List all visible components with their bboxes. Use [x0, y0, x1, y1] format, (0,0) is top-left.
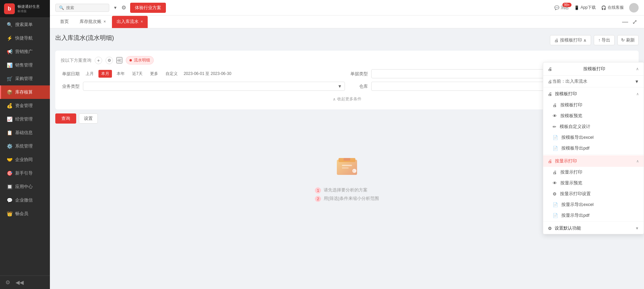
- chevron-up-icon: ∧: [583, 38, 587, 43]
- sidebar-item-marketing[interactable]: 📢 营销推广: [0, 45, 50, 58]
- dropdown-current-section[interactable]: 🖨 当前：出入库流水 ▼: [543, 76, 644, 86]
- svg-rect-4: [342, 167, 349, 168]
- svg-text:!: !: [353, 169, 354, 173]
- headphone-icon: 🎧: [601, 5, 606, 10]
- logo-area: b 畅捷通好生意 标准版: [0, 0, 50, 18]
- setting-button[interactable]: 设置: [79, 113, 98, 124]
- sidebar-item-search[interactable]: 🔍 搜索菜单: [0, 18, 50, 31]
- search-input[interactable]: [66, 5, 103, 10]
- empty-step-2: 2 用[筛选]条件来缩小分析范围: [315, 195, 379, 202]
- sidebar-item-basic[interactable]: 📋 基础信息: [0, 126, 50, 139]
- preview-icon: 👁: [553, 113, 557, 119]
- header-search-box[interactable]: 🔍: [55, 4, 109, 12]
- search-icon: 🔍: [59, 5, 64, 10]
- tab-minimize-btn[interactable]: —: [621, 18, 630, 26]
- user-avatar[interactable]: [629, 3, 639, 12]
- display-print-item[interactable]: 🖨 按显示打印: [543, 167, 644, 178]
- query-button[interactable]: 查询: [55, 113, 76, 124]
- sidebar-item-quick-nav[interactable]: ⚡ 快捷导航: [0, 31, 50, 45]
- display-excel-item[interactable]: 📄 按显示导出excel: [543, 199, 644, 210]
- biz-type-control: ▼: [83, 82, 345, 91]
- sidebar-item-member[interactable]: 👑 畅会员: [0, 207, 50, 220]
- cart-icon: 🛒: [6, 76, 12, 81]
- sidebar-item-finance[interactable]: 💰 资金管理: [0, 99, 50, 112]
- sidebar-item-wechat[interactable]: 💬 企业微信: [0, 193, 50, 207]
- filter-settings-button[interactable]: ⚙: [106, 57, 113, 64]
- tab-flow[interactable]: 出入库流水 ×: [112, 16, 148, 28]
- sidebar-item-apps[interactable]: 🔲 应用中心: [0, 180, 50, 193]
- pdf-icon: 📄: [553, 146, 558, 151]
- add-filter-button[interactable]: +: [95, 57, 102, 64]
- template-print-header[interactable]: 🖨 按模板打印 ∧: [543, 88, 644, 100]
- tab-flow-close[interactable]: ×: [141, 19, 143, 24]
- template-preview-item[interactable]: 👁 按模板预览: [543, 110, 644, 121]
- empty-step-1: 1 请先选择要分析的方案: [315, 187, 379, 193]
- target-icon: 🎯: [6, 170, 12, 176]
- crown-icon: 👑: [6, 211, 12, 216]
- header-search-dropdown[interactable]: ▼: [113, 5, 117, 10]
- excel-icon: 📄: [553, 135, 558, 140]
- export-button[interactable]: ↑ 导出: [594, 35, 615, 45]
- tab-home[interactable]: 首页: [55, 16, 74, 28]
- sidebar-item-system[interactable]: ⚙️ 系统管理: [0, 139, 50, 153]
- tabs-actions: — ⤢: [621, 18, 639, 26]
- collapse-button[interactable]: ∧ 收起更多条件: [333, 96, 361, 102]
- date-tab-7days[interactable]: 近7天: [129, 70, 145, 78]
- app-download-button[interactable]: 📱 App下载: [574, 5, 596, 10]
- date-tab-last-month[interactable]: 上月: [83, 70, 96, 78]
- sidebar-item-guide[interactable]: 🎯 新手引导: [0, 166, 50, 180]
- display-print-header[interactable]: 🖨 按显示打印 ∧: [543, 155, 644, 167]
- sidebar-item-label: 搜索菜单: [15, 22, 33, 28]
- display-preview-item[interactable]: 👁 按显示预览: [543, 178, 644, 188]
- default-settings-item[interactable]: ⚙ 设置默认功能 ▼: [543, 222, 644, 234]
- display-pdf-item[interactable]: 📄 按显示导出pdf: [543, 210, 644, 221]
- sidebar-item-label: 销售管理: [15, 62, 33, 68]
- print-template-button[interactable]: 🖨 按模板打印 ∧: [550, 35, 591, 45]
- handshake-icon: 🤝: [6, 157, 12, 162]
- page-title: 出入库流水(流水明细): [55, 34, 114, 42]
- tab-batch-account[interactable]: 库存批次账 ×: [75, 16, 111, 28]
- message-button[interactable]: 💬 消息 99+: [554, 5, 569, 10]
- biz-type-label: 业务类型: [61, 83, 80, 89]
- trial-button[interactable]: 体验行业方案: [130, 3, 166, 13]
- template-pdf-item[interactable]: 📄 按模板导出pdf: [543, 143, 644, 154]
- filter-collapse-button[interactable]: ≪: [116, 57, 122, 63]
- display-print-label: 按显示打印: [560, 169, 582, 175]
- sidebar-item-operations[interactable]: 📈 经营管理: [0, 112, 50, 126]
- display-print-icon: 🖨: [548, 159, 552, 164]
- sidebar-item-inventory[interactable]: 📦 库存核算: [0, 85, 50, 99]
- sidebar-item-sales[interactable]: 📊 销售管理: [0, 58, 50, 72]
- date-tab-custom[interactable]: 自定义: [163, 70, 180, 78]
- sidebar-item-label: 资金管理: [15, 103, 33, 109]
- refresh-button[interactable]: ↻ 刷新: [617, 35, 639, 45]
- settings-bottom-icon[interactable]: ⚙: [5, 279, 10, 286]
- display-settings-item[interactable]: ⚙ 按显示打印设置: [543, 188, 644, 199]
- dropdown-chevron-up[interactable]: ∧: [636, 67, 639, 71]
- date-tab-this-year[interactable]: 本年: [114, 70, 127, 78]
- date-tab-more[interactable]: 更多: [147, 70, 161, 78]
- template-print-item[interactable]: 🖨 按模板打印: [543, 100, 644, 110]
- sidebar-item-label: 经营管理: [15, 116, 33, 122]
- online-service-button[interactable]: 🎧 在线客服: [601, 5, 624, 10]
- message-icon: 💬: [554, 5, 559, 10]
- tab-home-label: 首页: [60, 19, 69, 25]
- message-badge: 99+: [562, 3, 572, 7]
- template-custom-item[interactable]: ✏ 模板自定义设计: [543, 121, 644, 132]
- biz-type-select[interactable]: ▼: [83, 82, 345, 91]
- filter-tag: 流水明细: [126, 56, 154, 64]
- sidebar-item-enterprise[interactable]: 🤝 企业协同: [0, 153, 50, 166]
- divider-3: [543, 221, 644, 222]
- tab-batch-close[interactable]: ×: [104, 19, 106, 24]
- collapse-sidebar-icon[interactable]: ◀◀: [16, 279, 24, 286]
- header-gear-icon[interactable]: ⚙: [121, 4, 126, 11]
- sidebar-item-purchase[interactable]: 🛒 采购管理: [0, 72, 50, 85]
- main-area: 🔍 ▼ ⚙ 体验行业方案 💬 消息 99+ 📱 App下载 🎧 在线客服: [50, 0, 644, 289]
- date-tab-this-month[interactable]: 本月: [98, 70, 112, 78]
- default-chevron-icon: ▼: [635, 226, 639, 230]
- template-excel-item[interactable]: 📄 按模板导出excel: [543, 132, 644, 143]
- sidebar-item-label: 畅会员: [15, 211, 28, 217]
- display-pdf-icon: 📄: [553, 213, 558, 218]
- display-settings-label: 按显示打印设置: [560, 191, 591, 197]
- svg-point-5: [352, 169, 356, 173]
- tab-maximize-btn[interactable]: ⤢: [631, 18, 639, 26]
